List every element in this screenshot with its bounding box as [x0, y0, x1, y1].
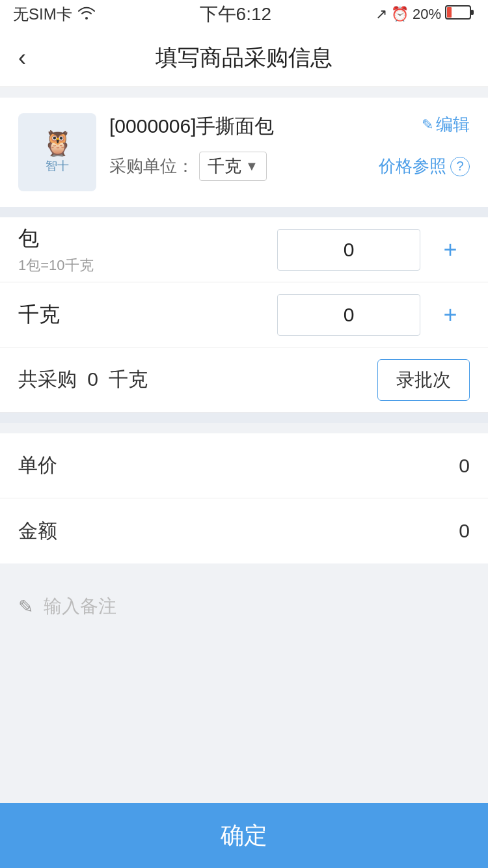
price-ref-button[interactable]: 价格参照 ?	[379, 155, 470, 178]
separator-2	[0, 413, 488, 423]
page-title: 填写商品采购信息	[156, 43, 332, 73]
kg-input[interactable]: 0	[277, 294, 420, 336]
kg-input-row: 千克 0 +	[0, 282, 488, 347]
battery-percent: 20%	[413, 6, 441, 23]
logo-text: 智十	[46, 158, 69, 174]
kg-value: 0	[344, 304, 355, 326]
status-carrier: 无SIM卡	[13, 4, 96, 25]
price-ref-label: 价格参照	[379, 155, 446, 178]
edit-label: 编辑	[436, 113, 470, 136]
svg-rect-2	[447, 7, 452, 18]
chevron-down-icon: ▼	[245, 159, 258, 174]
edit-icon: ✎	[422, 116, 433, 133]
unit-price-value: 0	[459, 455, 470, 477]
status-right-icons: ↗ ⏰ 20%	[375, 5, 475, 23]
product-card: 🦉 智十 [0000006]手撕面包 ✎ 编辑 采购单位： 千克 ▼ 价格参照 …	[0, 98, 488, 207]
location-icon: ↗	[375, 6, 387, 23]
total-text: 共采购 0 千克	[18, 366, 148, 393]
help-icon: ?	[450, 157, 470, 176]
svg-rect-1	[470, 10, 474, 15]
info-section: 单价 0 金额 0	[0, 433, 488, 563]
carrier-text: 无SIM卡	[13, 4, 72, 25]
edit-button[interactable]: ✎ 编辑	[422, 113, 470, 136]
kg-plus-button[interactable]: +	[431, 295, 470, 334]
owl-icon: 🦉	[42, 131, 73, 156]
remark-input[interactable]: 输入备注	[44, 594, 116, 619]
alarm-icon: ⏰	[391, 6, 409, 23]
unit-label: 采购单位：	[109, 155, 194, 178]
amount-value: 0	[459, 520, 470, 542]
bao-plus-button[interactable]: +	[431, 230, 470, 269]
status-time: 下午6:12	[200, 2, 272, 27]
total-amount: 0	[87, 368, 98, 390]
product-header: [0000006]手撕面包 ✎ 编辑	[109, 113, 470, 140]
pencil-icon: ✎	[18, 596, 33, 617]
kg-field-wrap: 0 +	[96, 294, 470, 336]
unit-select[interactable]: 千克 ▼	[199, 152, 267, 181]
input-section: 包 1包=10千克 0 + 千克 0 + 共采购 0 千克 录批次	[0, 217, 488, 413]
product-image: 🦉 智十	[18, 113, 96, 191]
product-info: [0000006]手撕面包 ✎ 编辑 采购单位： 千克 ▼ 价格参照 ?	[109, 113, 470, 181]
wifi-icon	[77, 5, 96, 23]
amount-row: 金额 0	[0, 498, 488, 563]
kg-label-group: 千克	[18, 301, 96, 329]
back-button[interactable]: ‹	[18, 44, 26, 72]
total-row: 共采购 0 千克 录批次	[0, 347, 488, 413]
bao-sublabel: 1包=10千克	[18, 256, 96, 275]
product-name: [0000006]手撕面包	[109, 113, 274, 140]
bao-input-row: 包 1包=10千克 0 +	[0, 217, 488, 282]
bao-label-group: 包 1包=10千克	[18, 224, 96, 275]
unit-price-label: 单价	[18, 452, 57, 479]
kg-label: 千克	[18, 301, 96, 329]
status-bar: 无SIM卡 下午6:12 ↗ ⏰ 20%	[0, 0, 488, 29]
nav-bar: ‹ 填写商品采购信息	[0, 29, 488, 87]
confirm-button[interactable]: 确定	[0, 803, 488, 868]
bao-input[interactable]: 0	[277, 229, 420, 271]
separator-1	[0, 207, 488, 217]
record-batch-button[interactable]: 录批次	[377, 359, 470, 401]
bao-value: 0	[344, 239, 355, 261]
bao-field-wrap: 0 +	[96, 229, 470, 271]
product-logo: 🦉 智十	[31, 126, 83, 178]
bao-label: 包	[18, 224, 96, 253]
total-label: 共采购	[18, 368, 77, 390]
product-unit-row: 采购单位： 千克 ▼ 价格参照 ?	[109, 152, 470, 181]
amount-label: 金额	[18, 518, 57, 545]
unit-value: 千克	[208, 155, 241, 178]
total-unit: 千克	[109, 368, 148, 390]
remark-section[interactable]: ✎ 输入备注	[0, 574, 488, 639]
battery-icon	[445, 5, 475, 23]
unit-price-row: 单价 0	[0, 433, 488, 498]
